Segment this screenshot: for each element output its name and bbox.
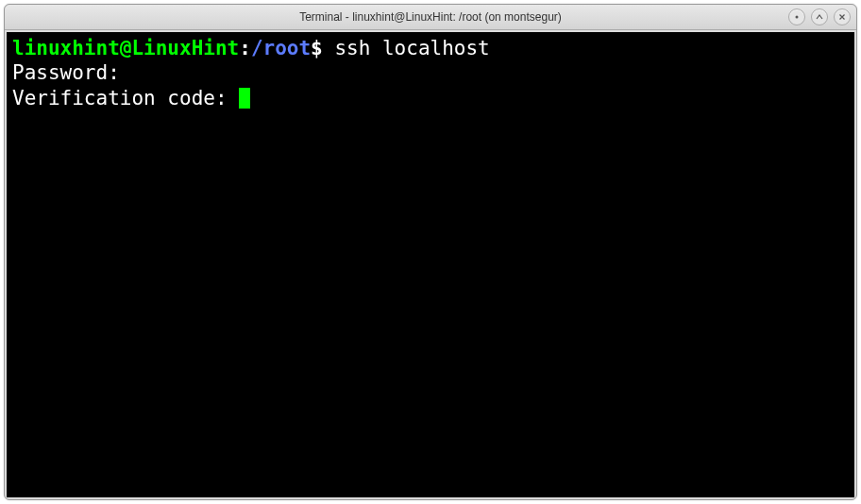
- window-title: Terminal - linuxhint@LinuxHint: /root (o…: [299, 10, 562, 24]
- password-prompt: Password:: [12, 61, 120, 84]
- minimize-button[interactable]: [788, 8, 805, 25]
- verification-prompt: Verification code:: [12, 87, 239, 109]
- command: ssh localhost: [334, 37, 489, 59]
- svg-point-0: [796, 16, 799, 19]
- terminal-window: Terminal - linuxhint@LinuxHint: /root (o…: [4, 4, 857, 500]
- prompt-symbol: $: [311, 37, 323, 59]
- prompt-user-host: linuxhint@LinuxHint: [12, 37, 239, 59]
- close-button[interactable]: [834, 8, 851, 25]
- titlebar[interactable]: Terminal - linuxhint@LinuxHint: /root (o…: [5, 5, 856, 30]
- prompt-path: /root: [251, 37, 311, 59]
- maximize-button[interactable]: [811, 8, 828, 25]
- window-controls: [788, 8, 851, 25]
- prompt-colon: :: [239, 37, 251, 59]
- terminal-content[interactable]: linuxhint@LinuxHint:/root$ ssh localhost…: [7, 32, 854, 497]
- cursor: [239, 88, 250, 109]
- command-text: [323, 37, 335, 59]
